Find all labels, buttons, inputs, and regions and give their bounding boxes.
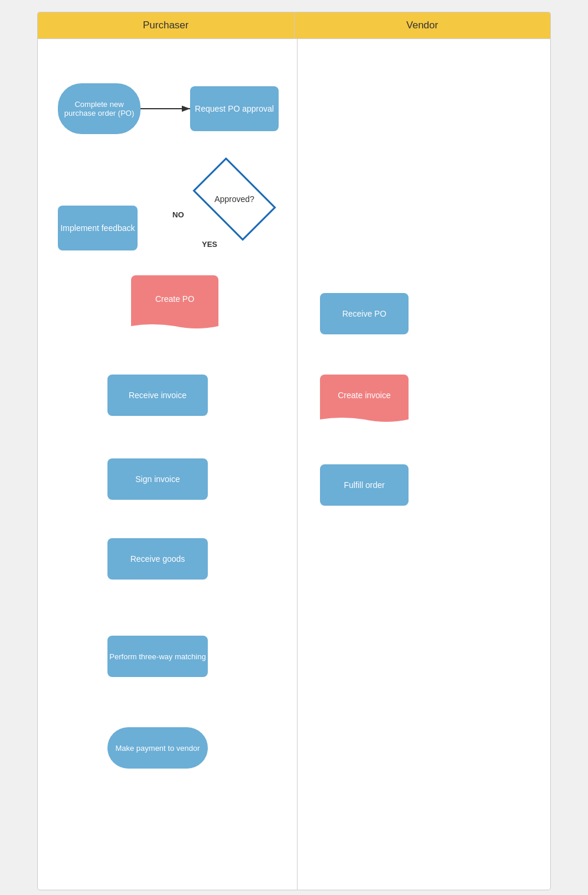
receive-invoice-node: Receive invoice xyxy=(107,375,208,416)
purchaser-header: Purchaser xyxy=(38,12,295,38)
vendor-header: Vendor xyxy=(295,12,551,38)
request-po-node: Request PO approval xyxy=(190,86,279,131)
approved-label: Approved? xyxy=(199,175,270,223)
receive-po-node: Receive PO xyxy=(320,293,409,334)
create-invoice-node: Create invoice xyxy=(320,375,409,416)
sign-invoice-node: Sign invoice xyxy=(107,458,208,500)
make-payment-node: Make payment to vendor xyxy=(107,727,208,769)
purchaser-label: Purchaser xyxy=(143,19,188,31)
receive-goods-node: Receive goods xyxy=(107,538,208,580)
three-way-node: Perform three-way matching xyxy=(107,636,208,677)
no-label: NO xyxy=(172,210,184,219)
create-po-node: Create PO xyxy=(131,275,218,323)
lane-headers: Purchaser Vendor xyxy=(38,12,550,39)
fulfill-order-node: Fulfill order xyxy=(320,464,409,506)
lanes-body: Complete new purchase order (PO) Request… xyxy=(38,39,550,890)
yes-label: YES xyxy=(202,240,217,249)
vendor-label: Vendor xyxy=(406,19,438,31)
diagram-container: Purchaser Vendor xyxy=(37,12,551,890)
complete-po-node: Complete new purchase order (PO) xyxy=(58,83,141,134)
implement-feedback-node: Implement feedback xyxy=(58,206,138,250)
